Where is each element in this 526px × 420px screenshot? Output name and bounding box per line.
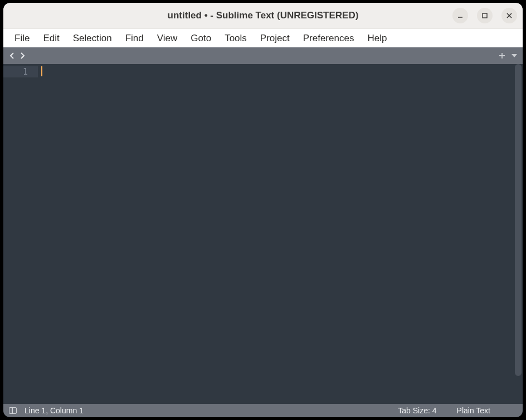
code-area[interactable] — [38, 64, 523, 404]
chevron-left-icon — [9, 52, 16, 60]
new-tab-button[interactable] — [498, 52, 506, 60]
line-number: 1 — [3, 66, 38, 77]
vertical-scrollbar[interactable] — [515, 64, 522, 376]
maximize-icon — [481, 12, 489, 19]
menu-help[interactable]: Help — [361, 30, 393, 47]
menu-file[interactable]: File — [8, 30, 36, 47]
status-tab-size[interactable]: Tab Size: 4 — [398, 406, 436, 415]
panel-switcher-icon[interactable] — [9, 407, 17, 414]
window-title: untitled • - Sublime Text (UNREGISTERED) — [168, 10, 359, 21]
minimize-icon — [456, 12, 464, 19]
minimize-button[interactable] — [452, 8, 468, 23]
chevron-right-icon — [19, 52, 26, 60]
close-button[interactable] — [501, 8, 517, 23]
tab-nav — [8, 51, 27, 61]
menubar: File Edit Selection Find View Goto Tools… — [3, 28, 523, 47]
text-cursor — [41, 66, 42, 76]
status-position[interactable]: Line 1, Column 1 — [25, 406, 84, 415]
maximize-button[interactable] — [477, 8, 493, 23]
tab-prev-button[interactable] — [8, 51, 17, 61]
app-window: untitled • - Sublime Text (UNREGISTERED)… — [3, 3, 523, 417]
menu-selection[interactable]: Selection — [66, 30, 119, 47]
menu-edit[interactable]: Edit — [36, 30, 66, 47]
menu-project[interactable]: Project — [254, 30, 296, 47]
svg-rect-1 — [483, 13, 487, 18]
plus-icon — [498, 52, 506, 60]
status-left: Line 1, Column 1 — [9, 406, 84, 415]
menu-goto[interactable]: Goto — [184, 30, 218, 47]
tab-next-button[interactable] — [18, 51, 27, 61]
tab-menu-button[interactable] — [510, 52, 518, 60]
tab-actions — [498, 52, 518, 60]
gutter: 1 — [3, 64, 38, 404]
menu-find[interactable]: Find — [119, 30, 150, 47]
chevron-down-icon — [510, 52, 518, 60]
menu-preferences[interactable]: Preferences — [296, 30, 361, 47]
tabbar — [3, 47, 523, 64]
window-controls — [452, 3, 517, 28]
menu-view[interactable]: View — [150, 30, 184, 47]
menu-tools[interactable]: Tools — [218, 30, 254, 47]
close-icon — [505, 12, 513, 19]
status-right: Tab Size: 4 Plain Text — [398, 406, 517, 415]
titlebar: untitled • - Sublime Text (UNREGISTERED) — [3, 3, 523, 28]
status-syntax[interactable]: Plain Text — [457, 406, 490, 415]
editor[interactable]: 1 — [3, 64, 523, 404]
statusbar: Line 1, Column 1 Tab Size: 4 Plain Text — [3, 404, 523, 417]
